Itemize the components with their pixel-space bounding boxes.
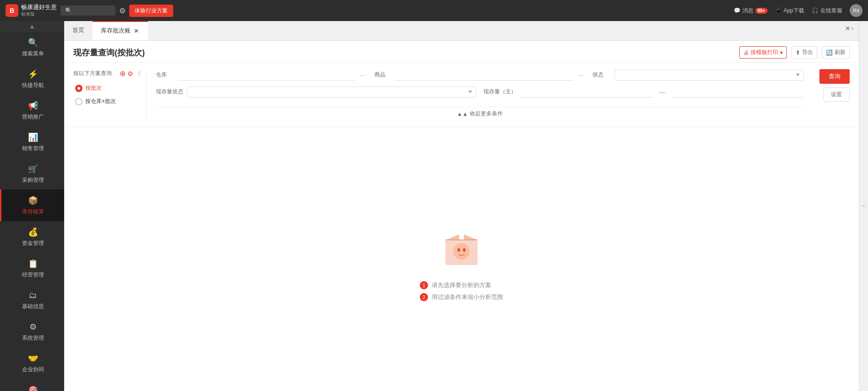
sidebar-item-newbie[interactable]: 🎯 新手引导 <box>0 379 64 391</box>
scheme-dot-inner <box>77 87 80 90</box>
message-icon: 💬 <box>734 7 741 14</box>
messages-label: 消息 <box>742 7 753 15</box>
sidebar-scroll-up[interactable]: ▲ <box>0 21 64 32</box>
stock-qty-to-input[interactable] <box>671 86 804 96</box>
collapse-scheme-icon[interactable]: 《 <box>135 70 141 77</box>
warehouse-input-wrapper <box>178 69 354 81</box>
headset-icon: 🎧 <box>812 7 819 14</box>
svg-point-4 <box>463 248 466 252</box>
svg-point-2 <box>453 243 470 260</box>
sales-icon: 📊 <box>27 132 38 143</box>
tab-home[interactable]: 首页 <box>64 22 93 40</box>
tab-bar: 首页 库存批次账 ✕ ✕ › <box>64 21 859 41</box>
collapse-more-btn[interactable]: ▲▲ 收起更多条件 <box>156 107 804 120</box>
filter-group-stock-qty: 现存量（主） — <box>483 86 804 98</box>
panel-close-button[interactable]: ✕ › <box>845 25 853 32</box>
sidebar-label-enterprise: 企业协同 <box>22 366 44 374</box>
scheme-dot-outline <box>75 98 82 105</box>
enterprise-icon: 🤝 <box>27 353 38 364</box>
action-buttons: 查询 设置 <box>813 69 850 120</box>
scheme-panel-title: 按以下方案查询 <box>73 70 112 77</box>
tip-number-2: 2 <box>420 293 428 301</box>
scheme-item-warehouse-batch[interactable]: 按仓库+批次 <box>73 95 141 108</box>
filter-fields: 仓库 ··· 商品 ··· <box>156 69 804 120</box>
scheme-panel-actions: ⊕ ⚙ 《 <box>120 69 141 78</box>
filter-group-stock-status: 现存量状态 <box>156 87 476 98</box>
content-area: 首页 库存批次账 ✕ ✕ › 现存量查询(按批次) 🖨 按模板打印 ▾ <box>64 21 859 391</box>
tab-close-button[interactable]: ✕ <box>132 27 140 34</box>
sidebar-item-search[interactable]: 🔍 搜索菜单 <box>0 32 64 63</box>
empty-illustration <box>434 217 489 272</box>
sidebar-item-sales[interactable]: 📊 销售管理 <box>0 126 64 158</box>
app-download-item[interactable]: 📱 App下载 <box>775 7 804 15</box>
scheme-item-batch[interactable]: 按批次 <box>73 81 141 95</box>
sidebar-item-system[interactable]: ⚙ 系统管理 <box>0 316 64 348</box>
product-label: 商品 <box>374 71 393 79</box>
refresh-button[interactable]: 🔄 刷新 <box>822 46 850 59</box>
search-bar[interactable]: 🔍 <box>60 5 115 16</box>
warehouse-more-icon[interactable]: ··· <box>358 71 367 79</box>
main-layout: ▲ 🔍 搜索菜单 ⚡ 快捷导航 📢 营销推广 📊 销售管理 🛒 采购管理 📦 库… <box>0 21 868 391</box>
settings-icon[interactable]: ⚙ <box>119 6 126 15</box>
close-icon: ✕ <box>845 25 851 32</box>
stock-qty-from-input[interactable] <box>520 86 654 96</box>
sidebar-label-operations: 经营管理 <box>22 271 44 279</box>
user-item[interactable]: Rit <box>850 4 863 17</box>
sidebar-label-finance: 资金管理 <box>22 239 44 247</box>
sidebar-label-inventory: 库存核算 <box>22 208 44 216</box>
quicknav-icon: ⚡ <box>27 69 38 80</box>
sidebar-label-quicknav: 快捷导航 <box>22 81 44 89</box>
basics-icon: 🗂 <box>27 290 38 301</box>
query-button[interactable]: 查询 <box>819 69 850 84</box>
sidebar-label-marketing: 营销推广 <box>22 113 44 121</box>
print-button[interactable]: 🖨 按模板打印 ▾ <box>739 46 787 59</box>
collapse-arrow-icon: › <box>852 25 853 32</box>
sidebar-item-purchase[interactable]: 🛒 采购管理 <box>0 158 64 190</box>
product-input[interactable] <box>396 69 573 79</box>
status-select[interactable] <box>615 70 804 81</box>
messages-item[interactable]: 💬 消息 99+ <box>734 7 768 15</box>
sidebar-label-basics: 基础信息 <box>22 303 44 310</box>
sidebar-item-basics[interactable]: 🗂 基础信息 <box>0 284 64 316</box>
product-more-icon[interactable]: ··· <box>577 71 586 79</box>
right-panel[interactable]: › <box>859 21 868 391</box>
svg-point-3 <box>457 248 460 252</box>
filter-group-warehouse: 仓库 ··· <box>156 69 367 81</box>
messages-badge: 99+ <box>755 8 768 14</box>
settings-button[interactable]: 设置 <box>823 87 850 102</box>
stock-status-select[interactable] <box>187 87 476 98</box>
page-header: 现存量查询(按批次) 🖨 按模板打印 ▾ ⬆ 导出 🔄 刷新 <box>64 41 859 63</box>
sidebar-label-system: 系统管理 <box>22 334 44 342</box>
sidebar-item-marketing[interactable]: 📢 营销推广 <box>0 95 64 126</box>
sidebar: ▲ 🔍 搜索菜单 ⚡ 快捷导航 📢 营销推广 📊 销售管理 🛒 采购管理 📦 库… <box>0 21 64 391</box>
add-scheme-icon[interactable]: ⊕ <box>120 69 126 78</box>
export-button[interactable]: ⬆ 导出 <box>791 46 817 59</box>
tip-text-2: 用过滤条件来缩小分析范围 <box>432 293 503 301</box>
empty-tip-2: 2 用过滤条件来缩小分析范围 <box>420 293 503 301</box>
sidebar-item-finance[interactable]: 💰 资金管理 <box>0 221 64 253</box>
logo-area: B 畅康通好生意 标准版 <box>5 4 57 17</box>
app-download-label: App下载 <box>784 7 804 15</box>
sidebar-item-quicknav[interactable]: ⚡ 快捷导航 <box>0 63 64 95</box>
settings-scheme-icon[interactable]: ⚙ <box>127 70 133 77</box>
sidebar-item-inventory[interactable]: 📦 库存核算 <box>0 190 64 221</box>
sidebar-item-operations[interactable]: 📋 经营管理 <box>0 253 64 284</box>
top-bar-right: 💬 消息 99+ 📱 App下载 🎧 在线客服 Rit <box>734 4 863 17</box>
search-icon: 🔍 <box>65 7 72 14</box>
newbie-icon: 🎯 <box>27 385 38 391</box>
online-service-item[interactable]: 🎧 在线客服 <box>812 7 842 15</box>
operations-icon: 📋 <box>27 258 38 269</box>
system-icon: ⚙ <box>27 321 38 332</box>
marketing-icon: 📢 <box>27 100 38 111</box>
trial-button[interactable]: 体验行业方案 <box>129 5 173 17</box>
logo-icon: B <box>5 4 18 17</box>
collapse-up-icon: ▲▲ <box>457 111 468 117</box>
tab-inventory-batch[interactable]: 库存批次账 ✕ <box>93 21 148 40</box>
page-title: 现存量查询(按批次) <box>73 47 145 58</box>
sidebar-item-enterprise[interactable]: 🤝 企业协同 <box>0 348 64 379</box>
filter-group-status: 状态 <box>593 70 804 81</box>
app-name: 畅康通好生意 <box>21 4 57 11</box>
warehouse-input[interactable] <box>178 69 354 79</box>
sidebar-label-sales: 销售管理 <box>22 145 44 152</box>
print-icon: 🖨 <box>743 49 749 56</box>
